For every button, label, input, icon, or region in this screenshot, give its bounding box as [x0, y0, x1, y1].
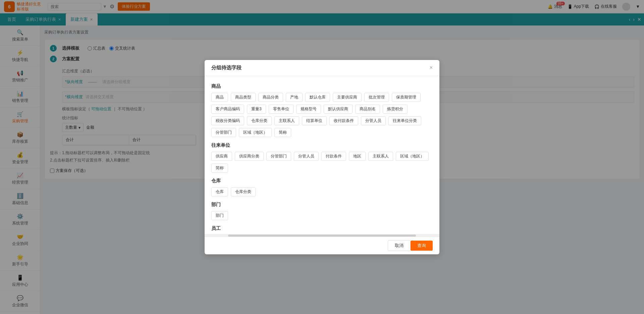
modal-cancel-button[interactable]: 取消 — [388, 240, 411, 251]
section-title-department: 部门 — [211, 202, 433, 208]
section-title-employee: 员工 — [211, 226, 433, 232]
field-tag-wh-1[interactable]: 仓库分类 — [231, 187, 256, 196]
field-tag-cp-8[interactable]: 简称 — [211, 164, 228, 173]
field-tag-product-8[interactable]: 客户商品编码 — [211, 105, 244, 114]
field-tag-product-12[interactable]: 默认供应商 — [324, 105, 353, 114]
field-tag-product-15[interactable]: 税收分类编码 — [211, 116, 244, 125]
field-tag-product-6[interactable]: 批次管理 — [364, 93, 389, 102]
modal-scroll-thumb — [228, 235, 416, 236]
modal-confirm-button[interactable]: 查询 — [411, 241, 433, 251]
field-tag-cp-5[interactable]: 地区 — [349, 152, 366, 161]
field-tag-product-9[interactable]: 重量3 — [247, 105, 266, 114]
field-tag-dept-0[interactable]: 部门 — [211, 211, 228, 220]
counterpart-field-tags: 供应商 供应商分类 分管部门 分管人员 付款条件 地区 主联系人 区域（地区） … — [211, 152, 433, 173]
field-tag-product-2[interactable]: 商品分类 — [258, 93, 283, 102]
field-tag-cp-0[interactable]: 供应商 — [211, 152, 232, 161]
field-tag-product-11[interactable]: 规格型号 — [296, 105, 321, 114]
field-tag-product-21[interactable]: 往来单位分类 — [388, 116, 421, 125]
field-tag-product-17[interactable]: 主联系人 — [274, 116, 299, 125]
product-field-tags: 商品 商品类型 商品分类 产地 默认仓库 主要供应商 批次管理 保质期管理 客户… — [211, 93, 433, 137]
field-tag-cp-7[interactable]: 区域（地区） — [396, 152, 429, 161]
modal-header: 分组待选字段 × — [205, 60, 439, 76]
field-tag-product-16[interactable]: 仓库分类 — [247, 116, 272, 125]
section-title-warehouse: 仓库 — [211, 178, 433, 184]
field-tag-cp-3[interactable]: 分管人员 — [294, 152, 319, 161]
field-tag-product-7[interactable]: 保质期管理 — [392, 93, 421, 102]
field-tag-product-4[interactable]: 默认仓库 — [305, 93, 330, 102]
field-tag-product-18[interactable]: 结算单位 — [302, 116, 327, 125]
modal-close-button[interactable]: × — [430, 65, 433, 71]
field-select-modal: 分组待选字段 × 商品 商品 商品类型 商品分类 产地 默认仓库 主要供应商 批… — [205, 60, 439, 254]
section-title-product: 商品 — [211, 83, 433, 89]
modal-footer: 取消 查询 — [205, 237, 439, 254]
field-tag-product-1[interactable]: 商品类型 — [231, 93, 256, 102]
modal-title: 分组待选字段 — [211, 65, 241, 71]
field-tag-cp-1[interactable]: 供应商分类 — [235, 152, 264, 161]
warehouse-field-tags: 仓库 仓库分类 — [211, 187, 433, 196]
field-tag-product-0[interactable]: 商品 — [211, 93, 228, 102]
modal-horizontal-scrollbar[interactable] — [205, 234, 439, 236]
modal-body[interactable]: 商品 商品 商品类型 商品分类 产地 默认仓库 主要供应商 批次管理 保质期管理… — [205, 76, 439, 235]
field-tag-product-22[interactable]: 分管部门 — [211, 128, 236, 137]
field-tag-product-23[interactable]: 区域（地区） — [239, 128, 272, 137]
field-tag-cp-6[interactable]: 主联系人 — [368, 152, 393, 161]
department-field-tags: 部门 — [211, 211, 433, 220]
field-tag-product-13[interactable]: 商品别名 — [355, 105, 380, 114]
field-tag-wh-0[interactable]: 仓库 — [211, 187, 228, 196]
modal-overlay: 分组待选字段 × 商品 商品 商品类型 商品分类 产地 默认仓库 主要供应商 批… — [0, 0, 644, 314]
field-tag-product-19[interactable]: 收付款条件 — [329, 116, 358, 125]
field-tag-cp-2[interactable]: 分管部门 — [266, 152, 291, 161]
section-title-counterpart: 往来单位 — [211, 142, 433, 148]
field-tag-product-10[interactable]: 零售单位 — [269, 105, 293, 114]
field-tag-product-5[interactable]: 主要供应商 — [333, 93, 362, 102]
field-tag-cp-4[interactable]: 付款条件 — [321, 152, 346, 161]
field-tag-product-24[interactable]: 简称 — [274, 128, 291, 137]
field-tag-product-14[interactable]: 炼货积分 — [383, 105, 408, 114]
field-tag-product-3[interactable]: 产地 — [286, 93, 303, 102]
field-tag-product-20[interactable]: 分管人员 — [361, 116, 386, 125]
